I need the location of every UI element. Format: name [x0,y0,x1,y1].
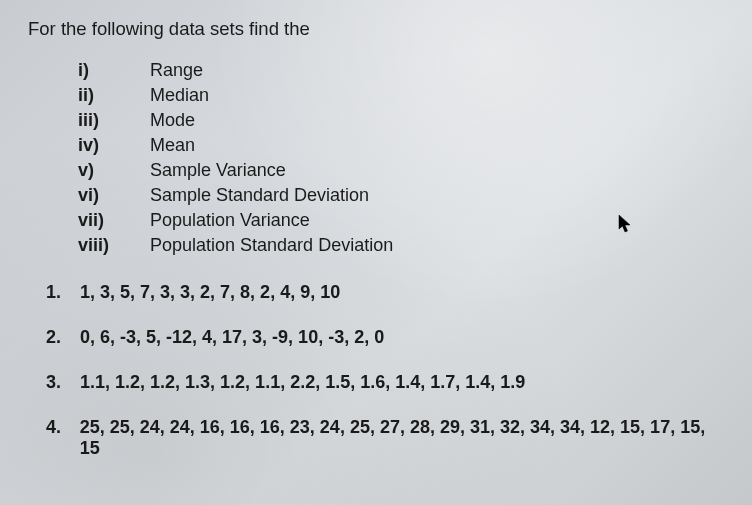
dataset-marker: 1. [46,282,80,303]
item-label: Median [150,85,209,106]
dataset-row: 1. 1, 3, 5, 7, 3, 3, 2, 7, 8, 2, 4, 9, 1… [46,282,724,303]
cursor-icon [618,214,632,234]
item-label: Mean [150,135,195,156]
dataset-values: 1.1, 1.2, 1.2, 1.3, 1.2, 1.1, 2.2, 1.5, … [80,372,525,393]
dataset-marker: 4. [46,417,80,459]
item-label: Population Variance [150,210,310,231]
list-item: vi) Sample Standard Deviation [78,185,724,206]
dataset-marker: 2. [46,327,80,348]
dataset-marker: 3. [46,372,80,393]
item-marker: iv) [78,135,150,156]
item-label: Range [150,60,203,81]
item-marker: i) [78,60,150,81]
item-label: Sample Variance [150,160,286,181]
item-marker: vii) [78,210,150,231]
list-item: iv) Mean [78,135,724,156]
list-item: i) Range [78,60,724,81]
item-marker: viii) [78,235,150,256]
dataset-row: 4. 25, 25, 24, 24, 16, 16, 16, 23, 24, 2… [46,417,724,459]
list-item: ii) Median [78,85,724,106]
item-label: Population Standard Deviation [150,235,393,256]
dataset-row: 2. 0, 6, -3, 5, -12, 4, 17, 3, -9, 10, -… [46,327,724,348]
item-label: Mode [150,110,195,131]
dataset-row: 3. 1.1, 1.2, 1.2, 1.3, 1.2, 1.1, 2.2, 1.… [46,372,724,393]
item-marker: v) [78,160,150,181]
dataset-values: 1, 3, 5, 7, 3, 3, 2, 7, 8, 2, 4, 9, 10 [80,282,340,303]
dataset-values: 0, 6, -3, 5, -12, 4, 17, 3, -9, 10, -3, … [80,327,384,348]
item-label: Sample Standard Deviation [150,185,369,206]
datasets-list: 1. 1, 3, 5, 7, 3, 3, 2, 7, 8, 2, 4, 9, 1… [46,282,724,459]
list-item: iii) Mode [78,110,724,131]
list-item: viii) Population Standard Deviation [78,235,724,256]
dataset-values: 25, 25, 24, 24, 16, 16, 16, 23, 24, 25, … [80,417,724,459]
question-heading: For the following data sets find the [28,18,724,40]
item-marker: iii) [78,110,150,131]
item-marker: vi) [78,185,150,206]
item-marker: ii) [78,85,150,106]
list-item: v) Sample Variance [78,160,724,181]
